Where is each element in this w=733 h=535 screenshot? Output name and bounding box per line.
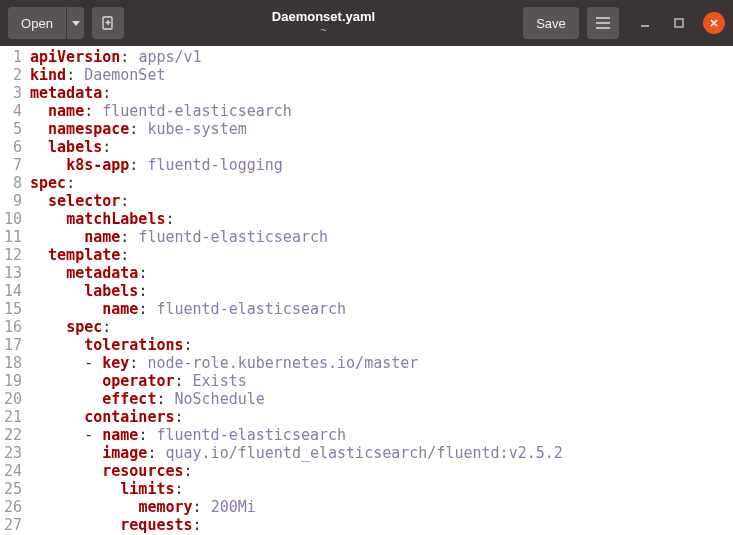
- code-line[interactable]: 27 requests:: [0, 516, 733, 534]
- editor-window: Open Daemonset.yaml ~ Save: [0, 0, 733, 535]
- code-line[interactable]: 11 name: fluentd-elasticsearch: [0, 228, 733, 246]
- line-content: requests:: [30, 516, 202, 534]
- line-number: 17: [0, 336, 30, 354]
- line-number: 12: [0, 246, 30, 264]
- minimize-icon: [640, 18, 650, 28]
- code-line[interactable]: 13 metadata:: [0, 264, 733, 282]
- code-line[interactable]: 10 matchLabels:: [0, 210, 733, 228]
- line-number: 25: [0, 480, 30, 498]
- minimize-button[interactable]: [635, 13, 655, 33]
- line-number: 8: [0, 174, 30, 192]
- line-number: 15: [0, 300, 30, 318]
- line-number: 14: [0, 282, 30, 300]
- code-line[interactable]: 12 template:: [0, 246, 733, 264]
- line-number: 11: [0, 228, 30, 246]
- code-line[interactable]: 23 image: quay.io/fluentd_elasticsearch/…: [0, 444, 733, 462]
- line-content: limits:: [30, 480, 184, 498]
- line-content: metadata:: [30, 84, 111, 102]
- line-number: 6: [0, 138, 30, 156]
- line-content: labels:: [30, 282, 147, 300]
- chevron-down-icon: [72, 21, 80, 26]
- line-number: 18: [0, 354, 30, 372]
- line-content: namespace: kube-system: [30, 120, 247, 138]
- code-line[interactable]: 22 - name: fluentd-elasticsearch: [0, 426, 733, 444]
- line-number: 2: [0, 66, 30, 84]
- close-icon: [709, 18, 719, 28]
- code-line[interactable]: 1apiVersion: apps/v1: [0, 48, 733, 66]
- document-path: ~: [320, 24, 326, 36]
- line-content: - key: node-role.kubernetes.io/master: [30, 354, 418, 372]
- line-number: 1: [0, 48, 30, 66]
- code-line[interactable]: 21 containers:: [0, 408, 733, 426]
- title-area: Daemonset.yaml ~: [132, 10, 515, 36]
- line-number: 4: [0, 102, 30, 120]
- code-line[interactable]: 14 labels:: [0, 282, 733, 300]
- line-number: 26: [0, 498, 30, 516]
- line-content: - name: fluentd-elasticsearch: [30, 426, 346, 444]
- line-number: 5: [0, 120, 30, 138]
- line-content: tolerations:: [30, 336, 193, 354]
- code-line[interactable]: 5 namespace: kube-system: [0, 120, 733, 138]
- line-number: 19: [0, 372, 30, 390]
- maximize-icon: [674, 18, 684, 28]
- line-content: metadata:: [30, 264, 147, 282]
- code-line[interactable]: 6 labels:: [0, 138, 733, 156]
- code-line[interactable]: 9 selector:: [0, 192, 733, 210]
- open-dropdown-button[interactable]: [66, 7, 84, 39]
- code-line[interactable]: 4 name: fluentd-elasticsearch: [0, 102, 733, 120]
- line-number: 22: [0, 426, 30, 444]
- line-number: 23: [0, 444, 30, 462]
- code-line[interactable]: 26 memory: 200Mi: [0, 498, 733, 516]
- line-content: template:: [30, 246, 129, 264]
- line-content: labels:: [30, 138, 111, 156]
- document-title: Daemonset.yaml: [272, 10, 375, 24]
- line-content: memory: 200Mi: [30, 498, 256, 516]
- line-content: spec:: [30, 174, 75, 192]
- line-number: 9: [0, 192, 30, 210]
- line-content: resources:: [30, 462, 193, 480]
- titlebar: Open Daemonset.yaml ~ Save: [0, 0, 733, 46]
- code-line[interactable]: 3metadata:: [0, 84, 733, 102]
- line-number: 27: [0, 516, 30, 534]
- line-content: name: fluentd-elasticsearch: [30, 228, 328, 246]
- window-controls: [635, 12, 725, 34]
- code-line[interactable]: 24 resources:: [0, 462, 733, 480]
- new-document-icon: [101, 16, 115, 30]
- line-number: 13: [0, 264, 30, 282]
- code-line[interactable]: 25 limits:: [0, 480, 733, 498]
- close-button[interactable]: [703, 12, 725, 34]
- line-number: 7: [0, 156, 30, 174]
- code-line[interactable]: 7 k8s-app: fluentd-logging: [0, 156, 733, 174]
- code-line[interactable]: 17 tolerations:: [0, 336, 733, 354]
- line-content: apiVersion: apps/v1: [30, 48, 202, 66]
- code-line[interactable]: 18 - key: node-role.kubernetes.io/master: [0, 354, 733, 372]
- new-tab-button[interactable]: [92, 7, 124, 39]
- line-content: image: quay.io/fluentd_elasticsearch/flu…: [30, 444, 563, 462]
- code-line[interactable]: 15 name: fluentd-elasticsearch: [0, 300, 733, 318]
- line-number: 16: [0, 318, 30, 336]
- line-number: 24: [0, 462, 30, 480]
- line-content: k8s-app: fluentd-logging: [30, 156, 283, 174]
- code-line[interactable]: 2kind: DaemonSet: [0, 66, 733, 84]
- line-number: 21: [0, 408, 30, 426]
- line-number: 10: [0, 210, 30, 228]
- line-number: 3: [0, 84, 30, 102]
- hamburger-icon: [596, 17, 610, 29]
- line-content: selector:: [30, 192, 129, 210]
- line-content: spec:: [30, 318, 111, 336]
- line-number: 20: [0, 390, 30, 408]
- code-line[interactable]: 20 effect: NoSchedule: [0, 390, 733, 408]
- code-editor[interactable]: 1apiVersion: apps/v12kind: DaemonSet3met…: [0, 46, 733, 535]
- line-content: name: fluentd-elasticsearch: [30, 300, 346, 318]
- open-button[interactable]: Open: [8, 7, 66, 39]
- line-content: kind: DaemonSet: [30, 66, 165, 84]
- line-content: effect: NoSchedule: [30, 390, 265, 408]
- maximize-button[interactable]: [669, 13, 689, 33]
- hamburger-menu-button[interactable]: [587, 7, 619, 39]
- svg-rect-1: [675, 19, 683, 27]
- code-line[interactable]: 16 spec:: [0, 318, 733, 336]
- save-button[interactable]: Save: [523, 7, 579, 39]
- line-content: name: fluentd-elasticsearch: [30, 102, 292, 120]
- code-line[interactable]: 19 operator: Exists: [0, 372, 733, 390]
- code-line[interactable]: 8spec:: [0, 174, 733, 192]
